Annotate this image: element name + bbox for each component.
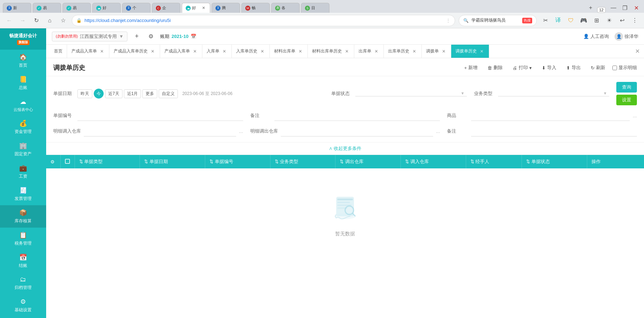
back-button[interactable]: ← [4,16,14,26]
sidebar-item-invoice[interactable]: 🧾 发票管理 [0,183,46,205]
page-tab-close-material-outbound[interactable]: ✕ [298,49,303,54]
th-handler[interactable]: ⇅ 经手人 [466,155,522,168]
export-button[interactable]: ⬆ 导出 [563,63,584,72]
grid-icon[interactable]: ⊞ [591,16,601,26]
page-tab-close-outbound-history[interactable]: ✕ [411,49,417,54]
sidebar-item-tax[interactable]: 📋 税务管理 [0,228,46,250]
address-bar[interactable]: 🔒 https://cloud.chanjet.com/accounting/u… [72,15,455,26]
th-doc-num[interactable]: ⇅ 单据编号 [205,155,270,168]
display-fields-toggle[interactable]: 显示明细 [612,65,637,71]
date-btn-more[interactable]: 更多 [142,89,157,98]
sidebar-item-settings[interactable]: ⚙ 基础设置 [0,294,46,317]
page-tab-close-product-inbound[interactable]: ✕ [99,49,105,54]
sidebar-item-archive[interactable]: 🗂 归档管理 [0,272,46,294]
sidebar-item-finance[interactable]: 💰 资金管理 [0,116,46,138]
sidebar-item-ledger[interactable]: 📒 总账 [0,72,46,94]
biztype-select-wrapper[interactable]: ▼ [498,91,610,96]
detail-in-picker-icon[interactable]: ... [239,128,243,134]
new-tab-button[interactable]: + [586,3,596,13]
user-info[interactable]: 👤 徐泽华 [615,32,638,41]
page-tab-inbound[interactable]: 入库单 ✕ [202,45,232,58]
import-button[interactable]: ⬇ 导入 [539,63,559,72]
docnum-filter-input[interactable] [77,110,243,121]
sidebar-item-guide[interactable]: 📚 新手引导 [0,317,46,318]
theme-icon[interactable]: ☀ [604,16,614,26]
display-fields-checkbox[interactable] [612,66,617,70]
th-doc-status[interactable]: ⇅ 单据状态 [522,155,587,168]
date-btn-1month[interactable]: 近1月 [124,89,141,98]
sidebar-item-home[interactable]: 🏠 首页 [0,50,46,72]
game-icon[interactable]: 🎮 [579,16,589,26]
filter-settings-button[interactable]: 设置 [616,95,637,105]
page-tab-outbound-history[interactable]: 出库单历史 ✕ [384,45,422,58]
page-tab-close-material-outbound-history[interactable]: ✕ [344,49,350,54]
th-in-warehouse[interactable]: ⇅ 调入仓库 [401,155,466,168]
th-out-warehouse[interactable]: ⇅ 调出仓库 [335,155,401,168]
detail-out-picker-icon[interactable]: ... [436,128,440,134]
sidebar-item-report[interactable]: ☁ 云报表中心 [0,94,46,116]
goods-picker-icon[interactable]: ... [633,113,637,118]
page-tab-inbound-history[interactable]: 入库单历史 ✕ [232,45,270,58]
company-settings-icon[interactable]: ⚙ [146,32,156,41]
shield-icon[interactable]: 🛡 [566,16,576,26]
search-box[interactable]: 🔍 学霸应聘场驱鸟员 热搜 [459,15,537,26]
translate-icon[interactable]: 译 [553,16,563,26]
browser-tab-5[interactable]: 文 个 [122,3,151,13]
sidebar-item-inventory[interactable]: 📦 库存核算 [0,205,46,228]
page-tab-close-inbound-history[interactable]: ✕ [260,49,265,54]
query-button[interactable]: 查询 [616,82,637,93]
browser-tab-8[interactable]: 文 腾 [212,3,240,13]
browser-tab-2[interactable]: ✓ 易 [33,3,61,13]
sidebar-item-salary[interactable]: 💼 工资 [0,161,46,183]
page-tab-product-inbound2[interactable]: 产成品入库单 ✕ [160,45,202,58]
date-btn-yesterday[interactable]: 昨天 [77,89,92,98]
delete-button[interactable]: 🗑 删除 [485,63,506,72]
date-btn-custom[interactable]: 自定义 [159,89,178,98]
page-tab-transfer[interactable]: 调拨单 ✕ [422,45,451,58]
page-tab-product-inbound[interactable]: 产成品入库单 ✕ [67,45,109,58]
new-button[interactable]: + 新增 [461,63,480,72]
browser-tab-9[interactable]: M 畅 [241,3,270,13]
refresh-button[interactable]: ↻ 刷新 [588,63,608,72]
page-tab-outbound[interactable]: 出库单 ✕ [354,45,384,58]
browser-tab-close-7[interactable]: ✕ [201,5,206,11]
tab-bar-close-button[interactable]: ✕ [631,48,644,55]
company-selector[interactable]: (勿删勿禁用) 江西服宝测试专用 ▼ [52,32,127,41]
page-tab-close-outbound[interactable]: ✕ [373,49,379,54]
select-all-checkbox[interactable] [65,159,70,164]
browser-tab-7[interactable]: ☁ 好 ✕ [182,3,210,13]
browser-tab-1[interactable]: 文 新 [3,3,31,13]
detail-in-input[interactable] [84,126,236,136]
sidebar-item-close[interactable]: 📅 结账 [0,250,46,272]
page-tab-close-product-inbound2[interactable]: ✕ [192,49,198,54]
goods-filter-input[interactable] [471,110,630,121]
company-add-button[interactable]: + [132,32,142,41]
page-tab-close-transfer-history[interactable]: ✕ [479,49,485,54]
home-button[interactable]: ⌂ [45,16,55,26]
th-doc-date[interactable]: ⇅ 单据日期 [140,155,205,168]
page-tab-close-inbound[interactable]: ✕ [222,49,227,54]
window-restore-button[interactable]: ❐ [620,3,630,13]
th-biz-type[interactable]: ⇅ 业务类型 [270,155,335,168]
detail-remark-input[interactable] [471,126,637,136]
page-tab-home[interactable]: 首页 [50,45,67,58]
browser-tab-4[interactable]: ☁ 好 [92,3,121,13]
history-icon[interactable]: ↩ [617,16,627,26]
page-tab-product-inbound-history[interactable]: 产成品入库单历史 ✕ [109,45,160,58]
print-button[interactable]: 🖨 打印 ▾ [510,63,535,72]
reload-button[interactable]: ↻ [31,16,41,26]
sidebar-item-assets[interactable]: 🏢 固定资产 [0,138,46,161]
page-tab-material-outbound-history[interactable]: 材料出库单历史 ✕ [308,45,354,58]
page-tab-material-outbound[interactable]: 材料出库单 ✕ [270,45,308,58]
detail-out-input[interactable] [281,126,433,136]
browser-tab-10[interactable]: 表 各 [271,3,300,13]
date-btn-today[interactable]: 今 [94,89,104,99]
page-tab-close-transfer[interactable]: ✕ [441,49,447,54]
period-selector[interactable]: 账期 2021-10 📅 [160,33,196,40]
window-minimize-button[interactable]: — [608,3,618,13]
th-doc-type[interactable]: ⇅ 单据类型 [75,155,140,168]
extensions-button[interactable]: ✂ [540,16,550,26]
collapse-bar[interactable]: ∧ 收起更多条件 [46,143,644,155]
page-tab-transfer-history[interactable]: 调拨单历史 ✕ [451,45,489,58]
support-button[interactable]: 👤 人工咨询 [583,33,609,40]
